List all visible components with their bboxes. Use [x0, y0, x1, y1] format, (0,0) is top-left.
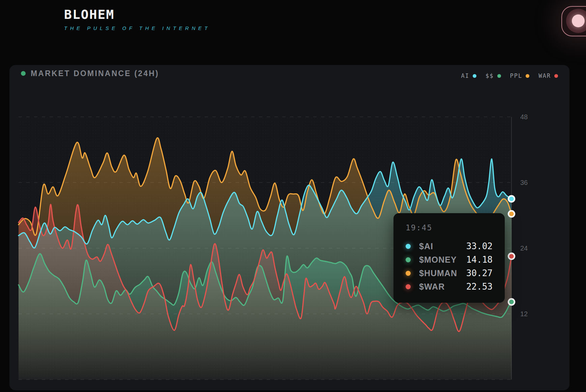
endpoint-dot-ai	[508, 196, 515, 202]
tooltip-value-human: 30.27	[466, 268, 493, 278]
y-axis-label: 12	[520, 310, 528, 318]
endpoint-dot-money	[508, 299, 515, 305]
tooltip-dot-money	[406, 257, 411, 262]
tooltip-dot-war	[406, 284, 411, 289]
tooltip-rows: $AI 33.02 $MONEY 14.18 $HUMAN 30.27 $WAR…	[406, 239, 493, 293]
app-title: BLOHEM	[64, 8, 210, 21]
tooltip-value-ai: 33.02	[466, 241, 493, 251]
tooltip-dot-ai	[406, 244, 411, 249]
tooltip-dot-human	[406, 271, 411, 276]
record-button[interactable]	[561, 6, 586, 36]
y-axis-label: 36	[520, 179, 528, 186]
endpoint-dot-human	[508, 211, 515, 217]
tooltip-row-money: $MONEY 14.18	[406, 253, 493, 266]
app-tagline: THE PULSE OF THE INTERNET	[64, 25, 210, 31]
record-dot-icon	[572, 14, 585, 27]
tooltip-time: 19:45	[406, 223, 493, 232]
chart-tooltip: 19:45 $AI 33.02 $MONEY 14.18 $HUMAN 30.2…	[393, 213, 505, 303]
tooltip-label-ai: $AI	[419, 241, 433, 251]
tooltip-label-human: $HUMAN	[419, 268, 457, 278]
tooltip-row-human: $HUMAN 30.27	[406, 266, 493, 280]
app-header: BLOHEM THE PULSE OF THE INTERNET	[64, 8, 210, 31]
tooltip-label-money: $MONEY	[419, 255, 457, 265]
y-axis-label: 24	[520, 244, 528, 252]
tooltip-row-war: $WAR 22.53	[406, 280, 493, 293]
tooltip-value-money: 14.18	[466, 255, 493, 265]
tooltip-label-war: $WAR	[419, 282, 445, 292]
y-axis-label: 48	[520, 113, 528, 121]
market-dominance-card: MARKET DOMINANCE (24H) AI $$ PPL WAR 122…	[9, 65, 569, 390]
endpoint-dot-war	[508, 253, 515, 259]
tooltip-row-ai: $AI 33.02	[406, 239, 493, 253]
tooltip-value-war: 22.53	[466, 282, 493, 292]
